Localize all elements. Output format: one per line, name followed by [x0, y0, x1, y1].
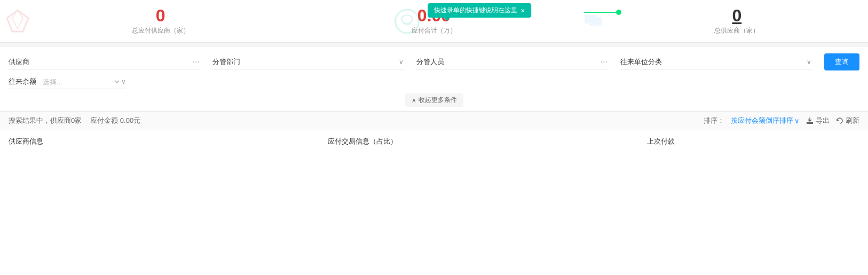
results-bar: 搜索结果中，供应商0家 应付金额 0.00元 排序： 按应付会额倒序排序 ∨ 导… [0, 112, 868, 130]
filter-balance: 往来余额 选择... ∨ [9, 75, 126, 89]
total-suppliers-number: 0 [732, 7, 741, 24]
collapse-row: ∧ 收起更多条件 [9, 93, 859, 107]
search-result-label: 搜索结果中，供应商0家 [9, 116, 82, 125]
refresh-icon [836, 117, 843, 124]
export-icon [806, 117, 814, 124]
col-supplier-header: 供应商信息 [9, 137, 328, 146]
balance-select[interactable]: 选择... [41, 77, 121, 87]
sort-prefix: 排序： [704, 116, 724, 125]
supplier-input[interactable] [40, 58, 193, 66]
export-button[interactable]: 导出 [806, 116, 830, 125]
department-input[interactable] [244, 58, 399, 66]
stat-total-suppliers: 0 总供应商（家） [579, 0, 868, 42]
total-suppliers-label: 总供应商（家） [714, 26, 759, 35]
balance-label: 往来余额 [9, 77, 36, 87]
filter-manager: 分管人员 ··· [416, 55, 607, 69]
filter-supplier: 供应商 ··· [9, 55, 200, 69]
svg-rect-5 [589, 17, 602, 26]
filter-row-2: 往来余额 选择... ∨ [9, 75, 859, 89]
col-transaction-header: 应付交易信息（占比） [328, 137, 647, 146]
total-payable-suppliers-label: 总应付供应商（家） [132, 26, 190, 35]
department-arrow[interactable]: ∨ [399, 58, 404, 66]
filter-section: 供应商 ··· 分管部门 ∨ 分管人员 ··· 往来单位分类 ∨ 查询 往来余额 [0, 47, 868, 112]
cards-icon [583, 13, 616, 29]
supplier-label: 供应商 [9, 57, 35, 67]
shortcut-tooltip: 快速录单的快捷键说明在这里 × [428, 3, 531, 18]
col-lastpay-header: 上次付款 [647, 137, 860, 146]
collapse-icon: ∧ [412, 97, 416, 104]
table-body [0, 153, 868, 275]
svg-rect-7 [807, 123, 813, 124]
department-label: 分管部门 [212, 57, 240, 67]
sort-value: 按应付会额倒序排序 [731, 116, 793, 125]
stats-bar: 0 总应付供应商（家） 0.00 应付合计（万） 快速录单的快捷键说明在这里 × [0, 0, 868, 43]
collapse-button[interactable]: ∧ 收起更多条件 [405, 93, 463, 107]
supplier-dots[interactable]: ··· [193, 57, 200, 67]
amount-label: 应付金额 0.00元 [90, 116, 140, 125]
results-left: 搜索结果中，供应商0家 应付金额 0.00元 [9, 116, 140, 125]
svg-rect-6 [807, 122, 813, 123]
export-label: 导出 [816, 116, 830, 125]
sort-arrow: ∨ [794, 117, 800, 125]
svg-point-2 [396, 10, 419, 33]
manager-input[interactable] [448, 58, 601, 66]
collapse-label: 收起更多条件 [419, 96, 457, 105]
diamond-icon [4, 7, 31, 34]
stat-total-payable-suppliers: 0 总应付供应商（家） [0, 0, 289, 42]
unit-class-arrow[interactable]: ∨ [807, 58, 811, 66]
manager-dots[interactable]: ··· [601, 57, 607, 67]
total-payable-suppliers-number: 0 [156, 7, 165, 24]
filter-unit-class: 往来单位分类 ∨ [620, 55, 811, 69]
refresh-button[interactable]: 刷新 [836, 116, 859, 125]
stat-payable-total: 0.00 应付合计（万） 快速录单的快捷键说明在这里 × [289, 0, 579, 42]
filter-row-1: 供应商 ··· 分管部门 ∨ 分管人员 ··· 往来单位分类 ∨ 查询 [9, 53, 859, 70]
results-right: 排序： 按应付会额倒序排序 ∨ 导出 刷新 [704, 116, 859, 125]
tooltip-close-btn[interactable]: × [520, 7, 525, 14]
unit-class-label: 往来单位分类 [620, 57, 662, 67]
unit-class-input[interactable] [666, 58, 807, 66]
tooltip-text: 快速录单的快捷键说明在这里 [434, 6, 517, 15]
manager-label: 分管人员 [416, 57, 444, 67]
refresh-label: 刷新 [846, 116, 859, 125]
table-header: 供应商信息 应付交易信息（占比） 上次付款 [0, 130, 868, 153]
filter-department: 分管部门 ∨ [212, 55, 404, 69]
bag-icon [392, 6, 422, 36]
sort-select[interactable]: 按应付会额倒序排序 ∨ [731, 116, 800, 125]
query-button[interactable]: 查询 [824, 53, 859, 70]
balance-arrow[interactable]: ∨ [121, 78, 126, 85]
